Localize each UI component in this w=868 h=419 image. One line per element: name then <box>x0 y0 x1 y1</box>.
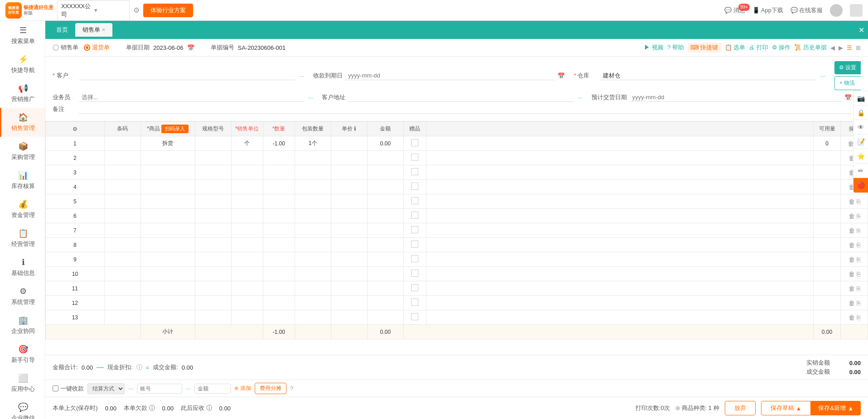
help-circle-icon[interactable]: ⓘ <box>136 363 142 371</box>
sidebar-item-wechat[interactable]: 💬 企业微信 <box>0 398 45 419</box>
gift-checkbox[interactable] <box>411 139 418 146</box>
expected-date-calendar-icon[interactable]: 📅 <box>844 94 852 101</box>
copy-icon[interactable]: ⎘ <box>857 285 860 292</box>
gift-checkbox[interactable] <box>411 183 418 190</box>
warehouse-dots[interactable]: ··· <box>820 72 825 79</box>
sidebar-item-base-info[interactable]: ℹ 基础信息 <box>0 253 45 282</box>
delete-icon[interactable]: 🗑 <box>849 198 855 205</box>
copy-icon[interactable]: ⎘ <box>857 299 860 307</box>
salesperson-input[interactable] <box>79 93 304 102</box>
salesperson-dots[interactable]: ··· <box>308 94 313 101</box>
message-button[interactable]: 💬 消息 99+ <box>724 6 745 14</box>
delete-icon[interactable]: 🗑 <box>849 285 855 292</box>
view-list-icon[interactable]: ☰ <box>847 44 852 51</box>
delete-icon[interactable]: 🗑 <box>849 299 855 307</box>
sidebar-item-search[interactable]: ☰ 搜索菜单 <box>0 21 45 50</box>
due-date-calendar-icon[interactable]: 📅 <box>558 72 565 79</box>
fee-help-icon[interactable]: ? <box>290 385 293 392</box>
settings-button[interactable]: ⚙ 设置 <box>834 61 861 74</box>
delete-icon[interactable]: 🗑 <box>849 270 855 278</box>
save-new-button[interactable]: 保存&新增 ▲ <box>811 401 861 415</box>
calc-dots[interactable]: ··· <box>128 385 133 392</box>
gift-checkbox[interactable] <box>411 313 418 320</box>
action-help[interactable]: ? 帮助 <box>667 43 684 52</box>
sidebar-item-inventory[interactable]: 📊 库存核算 <box>0 166 45 195</box>
delete-icon[interactable]: 🗑 <box>849 212 855 220</box>
customer-addr-input[interactable] <box>348 93 573 102</box>
gift-checkbox[interactable] <box>411 226 418 233</box>
chevron-down-icon[interactable]: ▾ <box>94 7 126 14</box>
copy-icon[interactable]: ⎘ <box>857 198 860 205</box>
tab-sales-order[interactable]: 销售单 × <box>75 23 112 37</box>
action-video[interactable]: ▶ 视频 <box>644 43 664 52</box>
gift-checkbox[interactable] <box>411 284 418 291</box>
float-edit-icon[interactable]: ✏ <box>853 164 868 178</box>
float-note-icon[interactable]: 📝 <box>853 135 868 149</box>
delete-icon[interactable]: 🗑 <box>849 227 855 234</box>
sidebar-item-enterprise[interactable]: 🏢 企业协同 <box>0 311 45 340</box>
sidebar-item-appstore[interactable]: ⬜ 应用中心 <box>0 369 45 398</box>
fee-split-button[interactable]: 费用分摊 <box>255 383 286 394</box>
action-select[interactable]: 📋 选单 <box>725 43 746 52</box>
tab-close-icon[interactable]: × <box>102 27 105 33</box>
radio-return-order[interactable]: 退货单 <box>84 43 110 52</box>
gift-checkbox[interactable] <box>411 168 418 175</box>
trial-button[interactable]: 体验行业方案 <box>143 4 193 17</box>
add-payment-button[interactable]: ⊕ 添加 <box>234 385 251 392</box>
warehouse-input[interactable] <box>600 71 817 80</box>
radio-sales-order[interactable]: 销售单 <box>53 43 78 52</box>
gift-checkbox[interactable] <box>411 299 418 306</box>
sidebar-item-sales[interactable]: 🏠 销售管理 <box>0 108 45 137</box>
window-close-icon[interactable]: ✕ <box>858 26 864 34</box>
gift-checkbox[interactable] <box>411 255 418 262</box>
float-lock-icon[interactable]: 🔒 <box>853 106 868 120</box>
spec-input[interactable] <box>199 140 228 147</box>
logistics-button[interactable]: + 物流 <box>834 76 861 90</box>
customer-addr-dots[interactable]: ··· <box>577 94 582 101</box>
save-draft-button[interactable]: 保存草稿 ▲ <box>761 401 811 415</box>
gift-checkbox[interactable] <box>411 154 418 161</box>
company-selector[interactable]: XXXXXX公司 ▾ <box>57 0 130 21</box>
tab-home[interactable]: 首页 <box>49 23 75 37</box>
sidebar-item-quick-nav[interactable]: ⚡ 快捷导航 <box>0 50 45 79</box>
copy-icon[interactable]: ⎘ <box>857 270 860 278</box>
copy-icon[interactable]: ⎘ <box>857 241 860 249</box>
user-menu[interactable] <box>850 4 863 17</box>
float-alert-icon[interactable]: 🔴 <box>853 178 868 193</box>
delete-icon[interactable]: 🗑 <box>849 241 855 249</box>
delete-icon[interactable]: 🗑 <box>849 314 855 321</box>
expected-date-input[interactable] <box>630 93 842 102</box>
sidebar-item-system[interactable]: ⚙ 系统管理 <box>0 282 45 311</box>
abandon-button[interactable]: 放弃 <box>725 401 756 415</box>
sidebar-item-operations[interactable]: 📋 经营管理 <box>0 224 45 253</box>
float-eye-icon[interactable]: 👁 <box>853 120 868 135</box>
account-dots[interactable]: ··· <box>186 385 191 392</box>
calc-method-select[interactable]: 结算方式 <box>87 383 125 394</box>
gift-checkbox[interactable] <box>411 241 418 248</box>
app-download-button[interactable]: 📱App下载 <box>752 6 783 14</box>
copy-icon[interactable]: ⎘ <box>857 212 860 220</box>
one-pay-check[interactable] <box>53 385 58 391</box>
note-input[interactable] <box>79 105 852 114</box>
delete-icon[interactable]: 🗑 <box>849 256 855 263</box>
copy-icon[interactable]: ⎘ <box>857 227 860 234</box>
account-input[interactable] <box>137 384 182 394</box>
due-date-input[interactable] <box>345 71 555 80</box>
scan-button[interactable]: 扫码录入 <box>161 125 189 133</box>
copy-icon[interactable]: ⎘ <box>857 256 860 263</box>
float-star-icon[interactable]: ⭐ <box>853 149 868 164</box>
nav-prev-icon[interactable]: ◀ <box>830 44 835 51</box>
copy-icon[interactable]: ⎘ <box>857 314 860 321</box>
one-pay-checkbox[interactable]: 一键收款 <box>53 385 84 393</box>
customer-input[interactable] <box>79 71 296 80</box>
action-print[interactable]: 🖨 打印 <box>749 43 768 52</box>
avatar[interactable] <box>830 4 843 17</box>
action-ops[interactable]: ⚙ 操作 <box>772 43 791 52</box>
col-settings[interactable]: ⚙ <box>46 122 105 136</box>
float-camera-icon[interactable]: 📷 <box>853 91 868 106</box>
customer-dots[interactable]: ··· <box>299 72 304 79</box>
nav-next-icon[interactable]: ▶ <box>839 44 843 51</box>
gift-checkbox[interactable] <box>411 197 418 204</box>
gift-checkbox[interactable] <box>411 212 418 219</box>
sidebar-item-marketing[interactable]: 📢 营销推广 <box>0 79 45 108</box>
